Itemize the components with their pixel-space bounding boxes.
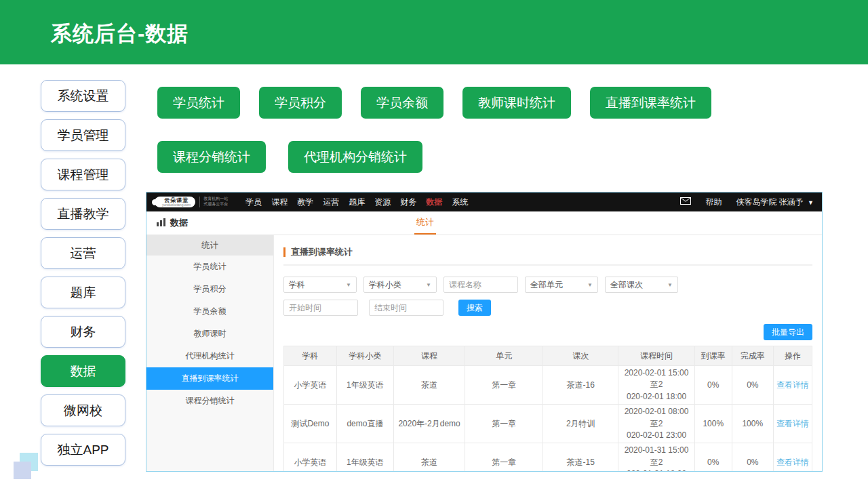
view-detail-link[interactable]: 查看详情	[776, 380, 809, 390]
course-distribution-stats-button[interactable]: 课程分销统计	[157, 141, 266, 173]
unit-select[interactable]: 全部单元▼	[525, 277, 598, 293]
student-stats-button[interactable]: 学员统计	[157, 87, 240, 119]
main-sidebar: 系统设置 学员管理 课程管理 直播教学 运营 题库 财务 数据 微网校 独立AP…	[41, 80, 125, 466]
nav-courses[interactable]: 课程	[271, 197, 288, 208]
view-detail-link[interactable]: 查看详情	[776, 419, 809, 428]
side-student-balance[interactable]: 学员余额	[146, 300, 273, 323]
chevron-down-icon: ▼	[426, 282, 431, 288]
nav-resources[interactable]: 资源	[374, 197, 391, 208]
nav-students[interactable]: 学员	[245, 197, 262, 208]
sidebar-item-operations[interactable]: 运营	[41, 237, 125, 269]
logo[interactable]: 云朵课堂 yunduoketang.com 教育机构一站 式服务云平台	[155, 197, 228, 208]
search-button[interactable]: 搜索	[458, 300, 491, 316]
quick-buttons-row-1: 学员统计 学员积分 学员余额 教师课时统计 直播到课率统计	[157, 87, 711, 119]
agency-distribution-stats-button[interactable]: 代理机构分销统计	[288, 141, 422, 173]
decor-square-lavender	[14, 462, 31, 479]
student-balance-button[interactable]: 学员余额	[361, 87, 443, 119]
help-link[interactable]: 帮助	[705, 197, 722, 208]
page-header: 系统后台-数据	[0, 0, 868, 64]
table-row: 测试Demo demo直播 2020年-2月demo 第一章 2月特训 2020…	[284, 405, 812, 443]
account-menu[interactable]: 侠客岛学院 张涵予 ▼	[736, 197, 814, 208]
attendance-table: 学科 学科小类 课程 单元 课次 课程时间 到课率 完成率 操作 小学英语 1年	[283, 346, 812, 471]
admin-panel: 云朵课堂 yunduoketang.com 教育机构一站 式服务云平台 学员 课…	[146, 192, 823, 472]
filter-row-2: 搜索	[283, 300, 812, 316]
module-label: 数据	[156, 217, 188, 229]
tab-statistics[interactable]: 统计	[414, 211, 436, 235]
side-live-attendance-stats[interactable]: 直播到课率统计	[146, 367, 273, 390]
panel-nav-right: 帮助 侠客岛学院 张涵予 ▼	[680, 197, 814, 208]
side-course-distribution-stats[interactable]: 课程分销统计	[146, 390, 273, 412]
panel-content: 直播到课率统计 学科▼ 学科小类▼ 全部单元▼ 全部课次▼	[274, 235, 822, 471]
teacher-hours-stats-button[interactable]: 教师课时统计	[462, 87, 571, 119]
panel-sidebar-header: 统计	[146, 235, 273, 256]
nav-operations[interactable]: 运营	[323, 197, 339, 208]
chevron-down-icon: ▼	[587, 282, 593, 288]
subject-select[interactable]: 学科▼	[283, 277, 357, 293]
quick-buttons-row-2: 课程分销统计 代理机构分销统计	[157, 141, 422, 173]
sidebar-item-question-bank[interactable]: 题库	[41, 277, 125, 308]
end-time-input[interactable]	[369, 300, 443, 316]
message-envelope-icon[interactable]	[680, 197, 691, 207]
sidebar-item-system-settings[interactable]: 系统设置	[41, 80, 125, 112]
sidebar-item-micro-school[interactable]: 微网校	[41, 394, 125, 426]
chevron-down-icon: ▼	[808, 199, 814, 206]
export-row: 批量导出	[283, 324, 812, 340]
panel-sidebar: 统计 学员统计 学员积分 学员余额 教师课时 代理机构统计 直播到课率统计 课程…	[146, 235, 274, 471]
course-name-input[interactable]	[443, 277, 518, 293]
content-title: 直播到课率统计	[283, 242, 812, 266]
sidebar-item-standalone-app[interactable]: 独立APP	[41, 434, 125, 466]
lesson-select[interactable]: 全部课次▼	[605, 277, 678, 293]
side-student-stats[interactable]: 学员统计	[146, 256, 273, 278]
sidebar-item-data[interactable]: 数据	[41, 355, 125, 387]
account-name: 侠客岛学院 张涵予	[736, 197, 803, 207]
panel-top-nav: 云朵课堂 yunduoketang.com 教育机构一站 式服务云平台 学员 课…	[146, 192, 822, 211]
page-title: 系统后台-数据	[0, 0, 868, 48]
nav-data[interactable]: 数据	[426, 197, 442, 208]
batch-export-button[interactable]: 批量导出	[764, 324, 812, 340]
nav-teaching[interactable]: 教学	[297, 197, 313, 208]
nav-question-bank[interactable]: 题库	[349, 197, 365, 208]
side-student-points[interactable]: 学员积分	[146, 278, 273, 300]
start-time-input[interactable]	[283, 300, 358, 316]
sidebar-item-course-management[interactable]: 课程管理	[41, 159, 125, 190]
cloud-logo-icon: 云朵课堂 yunduoketang.com	[155, 197, 195, 208]
table-header-row: 学科 学科小类 课程 单元 课次 课程时间 到课率 完成率 操作	[284, 346, 812, 366]
sidebar-item-live-teaching[interactable]: 直播教学	[41, 198, 125, 230]
chevron-down-icon: ▼	[346, 282, 351, 288]
title-accent-bar	[283, 247, 285, 257]
student-points-button[interactable]: 学员积分	[259, 87, 342, 119]
view-detail-link[interactable]: 查看详情	[776, 458, 809, 467]
sidebar-item-finance[interactable]: 财务	[41, 316, 125, 348]
nav-finance[interactable]: 财务	[400, 197, 416, 208]
table-row: 小学英语 1年级英语 茶道 第一章 茶道-15 2020-01-31 15:00…	[284, 443, 812, 471]
panel-nav-items: 学员 课程 教学 运营 题库 资源 财务 数据 系统	[245, 197, 468, 208]
side-agency-stats[interactable]: 代理机构统计	[146, 345, 273, 367]
subject-sub-select[interactable]: 学科小类▼	[363, 277, 437, 293]
side-teacher-hours[interactable]: 教师课时	[146, 323, 273, 345]
panel-subnav: 数据 统计	[146, 211, 822, 235]
logo-tagline: 教育机构一站 式服务云平台	[199, 197, 228, 207]
live-attendance-stats-button[interactable]: 直播到课率统计	[590, 87, 711, 119]
filter-row-1: 学科▼ 学科小类▼ 全部单元▼ 全部课次▼	[283, 277, 812, 293]
chart-icon	[156, 218, 166, 228]
table-row: 小学英语 1年级英语 茶道 第一章 茶道-16 2020-02-01 15:00…	[284, 366, 812, 405]
nav-system[interactable]: 系统	[452, 197, 468, 208]
sidebar-item-student-management[interactable]: 学员管理	[41, 119, 125, 151]
chevron-down-icon: ▼	[667, 282, 673, 288]
